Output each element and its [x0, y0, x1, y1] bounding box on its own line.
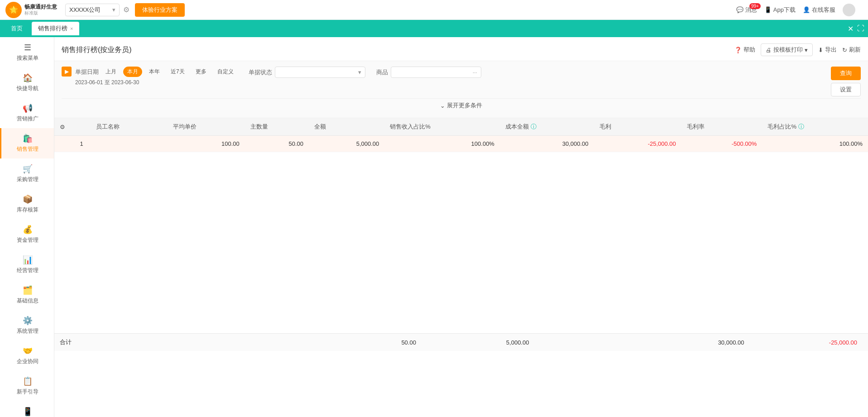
- status-filter-label: 单据状态: [249, 68, 272, 77]
- date-btn-current-year[interactable]: 本年: [145, 67, 164, 77]
- sidebar-item-collab[interactable]: 🤝 企业协同: [0, 340, 54, 371]
- online-service-button[interactable]: 👤 在线客服: [803, 6, 835, 14]
- top-right-actions: 💬 消息 99+ 📱 App下载 👤 在线客服: [736, 4, 863, 16]
- footer-spacer-pct: [534, 339, 637, 346]
- col-cost: 成本全额 ⓘ: [500, 118, 594, 136]
- filter-main-row: ▶ 单据日期 上月 本月 本年 近7天 更多 自定义: [62, 67, 861, 96]
- sidebar-item-system[interactable]: ⚙️ 系统管理: [0, 310, 54, 340]
- system-icon: ⚙️: [23, 316, 33, 326]
- status-select[interactable]: ▾: [275, 67, 365, 78]
- purchase-icon: 🛒: [23, 164, 33, 174]
- sidebar-item-search[interactable]: ☰ 搜索菜单: [0, 37, 54, 67]
- goods-select[interactable]: ···: [391, 67, 481, 78]
- row-cost: 30,000.00: [500, 136, 594, 152]
- sidebar-item-marketing[interactable]: 📢 营销推广: [0, 98, 54, 128]
- message-button[interactable]: 💬 消息 99+: [736, 6, 757, 14]
- tab-home[interactable]: 首页: [4, 21, 30, 36]
- try-button[interactable]: 体验行业方案: [135, 3, 185, 17]
- date-btn-prev-month[interactable]: 上月: [101, 67, 120, 77]
- status-filter-group: 单据状态 ▾: [249, 67, 365, 78]
- footer-quantity: 50.00: [308, 339, 422, 346]
- date-filter-group: 单据日期 上月 本月 本年 近7天 更多 自定义 2023-06-01 至 20…: [75, 67, 238, 86]
- col-quantity: 主数量: [245, 118, 309, 136]
- avatar[interactable]: [843, 4, 855, 16]
- table-header-row: ⚙ 员工名称 平均单价 主数量 全额 销售收入占比% 成本全额 ⓘ 毛利 毛利率…: [54, 118, 868, 136]
- sidebar-item-operations[interactable]: 📊 经营管理: [0, 249, 54, 280]
- sidebar-item-label: 新手引导: [17, 388, 38, 396]
- settings-button[interactable]: 设置: [831, 83, 861, 96]
- row-employee-name: [91, 136, 168, 152]
- status-select-value: [279, 69, 312, 76]
- col-employee-name: 员工名称: [91, 118, 168, 136]
- filter-expand-arrow[interactable]: ▶: [62, 67, 72, 77]
- refresh-button[interactable]: ↻ 刷新: [842, 46, 861, 54]
- sidebar-item-label: 采购管理: [17, 176, 38, 183]
- filter-left: ▶ 单据日期 上月 本月 本年 近7天 更多 自定义: [62, 67, 824, 86]
- sidebar-item-apps[interactable]: 📱 应用中心: [0, 401, 54, 417]
- sidebar-item-basic[interactable]: 🗂️ 基础信息: [0, 280, 54, 310]
- refresh-label: 刷新: [849, 46, 861, 54]
- chevron-down-icon: ⌄: [440, 102, 445, 109]
- sidebar-item-guide[interactable]: 📋 新手引导: [0, 371, 54, 401]
- help-icon: ❓: [734, 47, 742, 53]
- collab-icon: 🤝: [23, 346, 33, 356]
- table-body: 1 100.00 50.00 5,000.00 100.00% 30,000.0…: [54, 136, 868, 152]
- row-profit-rate: -500.00%: [681, 136, 762, 152]
- col-avg-price: 平均单价: [168, 118, 245, 136]
- cost-info-icon[interactable]: ⓘ: [531, 123, 537, 130]
- footer-label: 合计: [60, 338, 79, 346]
- page-actions: ❓ 帮助 🖨 按模板打印 ▾ ⬇ 导出 ↻ 刷新: [734, 43, 861, 56]
- help-button[interactable]: ❓ 帮助: [734, 46, 755, 54]
- home-icon: 🏠: [23, 73, 33, 83]
- row-amount: 5,000.00: [309, 136, 384, 152]
- sales-icon: 🛍️: [23, 134, 33, 144]
- date-btn-custom[interactable]: 自定义: [213, 67, 238, 77]
- template-print-button[interactable]: 🖨 按模板打印 ▾: [761, 43, 813, 56]
- col-sales-pct: 销售收入占比%: [384, 118, 500, 136]
- maximize-icon[interactable]: ⛶: [857, 24, 864, 33]
- apps-icon: 📱: [23, 407, 33, 417]
- page-header: 销售排行榜(按业务员) ❓ 帮助 🖨 按模板打印 ▾ ⬇ 导出: [54, 37, 868, 61]
- sidebar-item-sales[interactable]: 🛍️ 销售管理: [0, 128, 54, 158]
- app-download-button[interactable]: 📱 App下载: [764, 6, 796, 14]
- row-sales-pct: 100.00%: [384, 136, 500, 152]
- app-label: App下载: [773, 6, 796, 14]
- goods-filter-label: 商品: [376, 68, 388, 77]
- template-label: 按模板打印: [773, 46, 803, 54]
- inventory-icon: 📦: [23, 194, 33, 204]
- tab-sales-ranking[interactable]: 销售排行榜 ×: [32, 22, 79, 35]
- company-selector[interactable]: XXXXX公司 ▾: [65, 4, 120, 16]
- main-layout: ☰ 搜索菜单 🏠 快捷导航 📢 营销推广 🛍️ 销售管理 🛒 采购管理 📦 库存…: [0, 37, 868, 417]
- sidebar-item-purchase[interactable]: 🛒 采购管理: [0, 158, 54, 189]
- footer-profit: -25,000.00: [749, 339, 863, 346]
- gear-icon[interactable]: ⚙: [123, 5, 129, 14]
- content-area: 销售排行榜(按业务员) ❓ 帮助 🖨 按模板打印 ▾ ⬇ 导出: [54, 37, 868, 417]
- col-profit-pct: 毛利占比% ⓘ: [762, 118, 868, 136]
- query-button[interactable]: 查询: [831, 67, 861, 80]
- row-rank: 1: [72, 136, 91, 152]
- help-label: 帮助: [743, 46, 755, 54]
- message-icon: 💬: [736, 6, 743, 13]
- export-button[interactable]: ⬇ 导出: [818, 46, 837, 54]
- date-btn-7days[interactable]: 近7天: [167, 67, 189, 77]
- goods-more-icon: ···: [473, 69, 477, 76]
- sidebar-item-label: 库存核算: [17, 206, 38, 214]
- expand-more-button[interactable]: ⌄ 展开更多条件: [437, 99, 485, 112]
- date-filter: 单据日期 上月 本月 本年 近7天 更多 自定义: [75, 67, 238, 77]
- tab-close-icon[interactable]: ×: [70, 26, 73, 31]
- sidebar-item-label: 经营管理: [17, 267, 38, 274]
- close-window-icon[interactable]: ✕: [848, 24, 854, 33]
- tab-bar: 首页 销售排行榜 × ✕ ⛶: [0, 20, 868, 37]
- sidebar-item-finance[interactable]: 💰 资金管理: [0, 219, 54, 249]
- profit-pct-info-icon[interactable]: ⓘ: [798, 123, 804, 130]
- sidebar-item-inventory[interactable]: 📦 库存核算: [0, 189, 54, 219]
- logo-area: 🌟 畅康通好生意 标准版: [5, 2, 60, 18]
- date-btn-current-month[interactable]: 本月: [123, 67, 142, 77]
- col-settings[interactable]: ⚙: [54, 118, 72, 136]
- sidebar: ☰ 搜索菜单 🏠 快捷导航 📢 营销推广 🛍️ 销售管理 🛒 采购管理 📦 库存…: [0, 37, 54, 417]
- date-btn-more[interactable]: 更多: [192, 67, 211, 77]
- sidebar-item-quick[interactable]: 🏠 快捷导航: [0, 67, 54, 98]
- tab-label: 销售排行榜: [38, 24, 67, 33]
- goods-select-value: [395, 69, 427, 76]
- status-select-arrow-icon: ▾: [358, 69, 361, 76]
